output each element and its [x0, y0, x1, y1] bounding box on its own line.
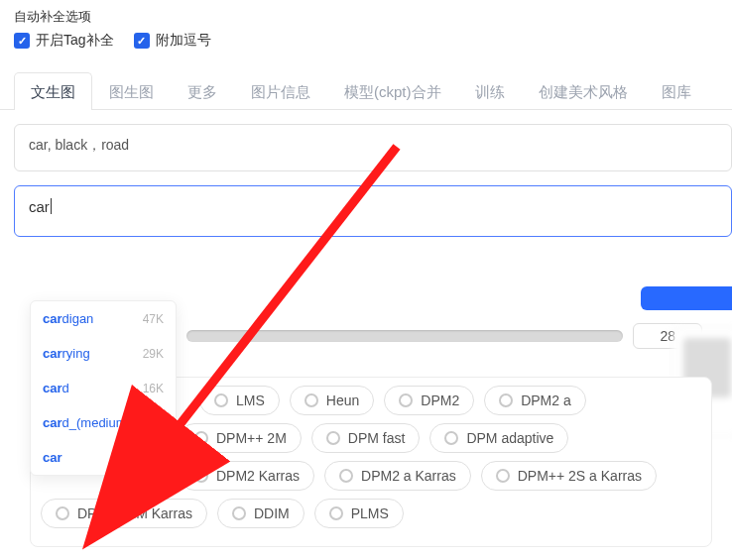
- options-title: 自动补全选项: [14, 8, 718, 26]
- generate-button[interactable]: [641, 286, 732, 310]
- tab-gallery[interactable]: 图库: [645, 72, 708, 110]
- sampler-option[interactable]: DPM2: [384, 386, 474, 415]
- radio-icon: [305, 393, 318, 407]
- tab-create-style[interactable]: 创建美术风格: [522, 72, 645, 110]
- tab-train[interactable]: 训练: [458, 72, 522, 110]
- prompt-textarea[interactable]: car, black，road: [14, 124, 732, 171]
- prompt-text: car, black，road: [29, 137, 129, 153]
- sampler-option[interactable]: DPM fast: [311, 423, 421, 453]
- steps-slider[interactable]: [186, 330, 623, 342]
- radio-icon: [194, 469, 208, 483]
- tab-img-info[interactable]: 图片信息: [234, 72, 327, 110]
- autocomplete-popup: cardigan 47K carrying 29K card 16K card_…: [30, 300, 177, 476]
- sampler-option[interactable]: DPM2 a: [484, 386, 586, 415]
- sampler-option[interactable]: DPM adaptive: [429, 423, 568, 453]
- autocomplete-item[interactable]: car 12K: [31, 440, 176, 475]
- check-icon: ✓: [134, 33, 150, 49]
- autocomplete-item[interactable]: card_(medium): [31, 405, 176, 440]
- radio-icon: [399, 393, 413, 407]
- sampler-option[interactable]: DPM++ 2M Karras: [41, 499, 207, 528]
- sampler-option[interactable]: DPM++ 2M: [180, 423, 302, 453]
- autocomplete-item[interactable]: card 16K: [31, 371, 176, 405]
- autocomplete-item[interactable]: carrying 29K: [31, 336, 176, 371]
- tab-more[interactable]: 更多: [171, 72, 234, 110]
- tab-ckpt-merge[interactable]: 模型(ckpt)合并: [327, 72, 458, 110]
- checkbox-label: 附加逗号: [156, 32, 211, 50]
- tag-input[interactable]: car: [14, 185, 732, 237]
- radio-icon: [232, 506, 246, 520]
- check-icon: ✓: [14, 33, 30, 49]
- tab-bar: 文生图 图生图 更多 图片信息 模型(ckpt)合并 训练 创建美术风格 图库: [0, 71, 732, 110]
- tab-img2img[interactable]: 图生图: [92, 72, 171, 110]
- sampler-option[interactable]: LMS: [199, 386, 280, 415]
- sampler-option[interactable]: DPM++ 2S a Karras: [481, 461, 657, 491]
- autocomplete-item[interactable]: cardigan 47K: [31, 301, 176, 336]
- radio-icon: [329, 506, 343, 520]
- sampler-option[interactable]: DPM2 Karras: [180, 461, 314, 491]
- sampler-option[interactable]: DPM2 a Karras: [324, 461, 471, 491]
- radio-icon: [56, 506, 69, 520]
- sampler-option[interactable]: PLMS: [314, 499, 404, 528]
- radio-icon: [444, 431, 458, 445]
- radio-icon: [214, 393, 228, 407]
- tab-txt2img[interactable]: 文生图: [14, 72, 92, 110]
- radio-icon: [499, 393, 513, 407]
- radio-icon: [326, 431, 340, 445]
- radio-icon: [339, 469, 353, 483]
- input-text: car: [29, 198, 52, 215]
- checkbox-enable-tag[interactable]: ✓ 开启Tag补全: [14, 32, 114, 50]
- radio-icon: [194, 431, 208, 445]
- sampler-option[interactable]: DDIM: [217, 499, 305, 528]
- sampler-option[interactable]: Heun: [290, 386, 374, 415]
- checkbox-label: 开启Tag补全: [36, 32, 114, 50]
- checkbox-append-comma[interactable]: ✓ 附加逗号: [134, 32, 211, 50]
- radio-icon: [496, 469, 510, 483]
